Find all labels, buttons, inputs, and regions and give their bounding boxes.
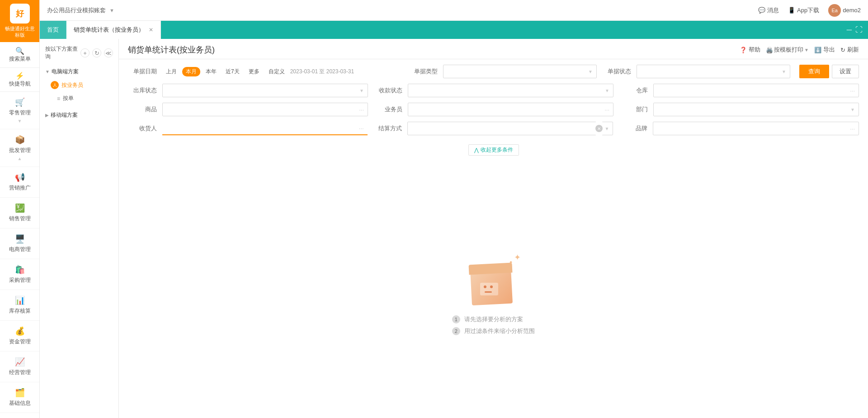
purchase-icon: 🛍️ [15,265,25,275]
sidebar-item-inventory[interactable]: 📊 库存核算 [0,290,39,321]
retail-icon: 🛒 [15,97,25,107]
finance-icon: 💰 [15,326,25,336]
status-select[interactable]: ▼ [637,65,790,78]
tab-close-icon[interactable]: ✕ [149,27,153,33]
panel-header: 按以下方案查询 + ↻ ≪ [40,43,118,63]
refresh-icon: ↻ [840,47,845,53]
goods-label: 商品 [128,105,157,114]
department-select[interactable]: ▼ [653,103,859,116]
file-dropdown-arrow[interactable]: ▼ [109,8,114,13]
out-status-select[interactable]: ▼ [162,84,368,97]
export-icon: ⬇️ [814,47,821,53]
box-face [480,283,498,295]
sidebar-item-purchase[interactable]: 🛍️ 采购管理 [0,259,39,290]
print-dropdown-icon[interactable]: ▼ [804,48,809,52]
tab-home[interactable]: 首页 [40,21,66,39]
tab-expand-icon[interactable]: ⛶ [855,26,863,34]
collapse-btn[interactable]: ⋀ 收起更多条件 [468,144,519,156]
settlement-label: 结算方式 [373,124,402,133]
salesperson-dots-icon: ··· [604,106,609,113]
panel-section-desktop-header[interactable]: ▼ 电脑端方案 [40,65,118,78]
panel-collapse-btn[interactable]: ≪ [104,48,113,57]
settlement-arrow-icon: ▼ [604,126,609,131]
setting-btn[interactable]: 设置 [832,65,859,78]
warehouse-select[interactable]: ··· [653,84,859,97]
sidebar-item-quicknav[interactable]: ⚡ 快捷导航 [0,68,39,92]
print-btn[interactable]: 🖨️ 按模板打印 ▼ [766,46,809,54]
content-body: ✦ ● 1 请先选择要分析的方案 2 用过滤条件来缩小分析范围 [119,165,868,418]
payment-status-arrow-icon: ▼ [605,88,609,93]
sidebar-item-wholesale[interactable]: 📦 批发管理 ▲ [0,129,39,167]
filter-area: 单据日期 上月 本月 本年 近7天 更多 自定义 2023-03-01 至 20… [119,59,868,165]
settlement-select[interactable]: ✕ ▼ [407,122,613,135]
out-status-label: 出库状态 [128,86,157,95]
tab-minimize-icon[interactable]: ─ [847,26,852,34]
date-btn-this-month[interactable]: 本月 [182,67,200,76]
sidebar-item-sales[interactable]: 💹 销售管理 [0,198,39,228]
collapse-row: ⋀ 收起更多条件 [128,141,859,159]
brand-dots-icon: ··· [850,125,855,132]
goods-select[interactable]: ··· [162,103,368,116]
payment-status-select[interactable]: ▼ [408,84,613,97]
avatar: Ea [828,4,841,17]
tab-sales-stat[interactable]: 销货单统计表（按业务员） ✕ [66,21,161,39]
export-btn[interactable]: ⬇️ 导出 [814,46,835,54]
logo-text: 畅捷通好生意 标版 [2,25,38,38]
refresh-btn[interactable]: ↻ 刷新 [840,46,859,54]
print-icon: 🖨️ [766,47,773,53]
sidebar-item-operations[interactable]: 📈 经营管理 [0,352,39,382]
type-arrow-icon: ▼ [588,69,593,74]
status-arrow-icon: ▼ [782,69,786,74]
sidebar-item-search[interactable]: 🔍 搜索菜单 [0,42,39,68]
date-btn-last-month[interactable]: 上月 [162,67,180,76]
filter-row-1: 单据日期 上月 本月 本年 近7天 更多 自定义 2023-03-01 至 20… [128,65,859,78]
sidebar-logo[interactable]: 好 畅捷通好生意 标版 [0,0,39,42]
empty-hint: 1 请先选择要分析的方案 2 用过滤条件来缩小分析范围 [452,314,535,337]
date-btn-this-year[interactable]: 本年 [202,67,220,76]
settlement-clear-icon[interactable]: ✕ [595,125,603,132]
download-icon: 📱 [788,7,795,14]
filter-row-2: 出库状态 ▼ 收款状态 ▼ 仓库 ··· [128,84,859,97]
message-icon: 💬 [758,7,765,14]
query-btn[interactable]: 查询 [799,65,829,78]
status-label: 单据状态 [602,67,631,76]
tab-bar-actions: ─ ⛶ [847,26,868,34]
left-panel: 按以下方案查询 + ↻ ≪ ▼ 电脑端方案 人 按业务员 ≡ 按单 [40,39,119,418]
panel-section-desktop: ▼ 电脑端方案 人 按业务员 ≡ 按单 [40,63,118,107]
date-btn-more[interactable]: 更多 [245,67,263,76]
type-select[interactable]: ▼ [443,65,597,78]
sidebar-item-marketing[interactable]: 📢 营销推广 [0,167,39,198]
app-download-btn[interactable]: 📱 App下载 [788,6,819,14]
salesperson-label: 业务员 [373,105,402,114]
page-actions: ❓ 帮助 🖨️ 按模板打印 ▼ ⬇️ 导出 ↻ 刷新 [740,46,859,54]
date-filter: 上月 本月 本年 近7天 更多 自定义 2023-03-01 至 2023-03… [162,67,403,76]
salesperson-select[interactable]: ··· [408,103,613,116]
date-btn-custom[interactable]: 自定义 [265,67,288,76]
receiver-select[interactable]: ··· [162,122,368,135]
sidebar-item-system[interactable]: ⚙️ 系统管理 [0,413,39,418]
sidebar: 好 畅捷通好生意 标版 🔍 搜索菜单 ⚡ 快捷导航 🛒 零售管理 ▼ 📦 批发管… [0,0,40,418]
receiver-dots-icon: ··· [359,125,364,132]
date-btn-7days[interactable]: 近7天 [222,67,243,76]
message-btn[interactable]: 💬 消息 [758,6,779,14]
header-right: 💬 消息 📱 App下载 Ea demo2 [758,4,861,17]
sidebar-item-basic[interactable]: 🗂️ 基础信息 [0,382,39,413]
sidebar-item-finance[interactable]: 💰 资金管理 [0,321,39,352]
panel-item-by-order[interactable]: ≡ 按单 [40,92,118,105]
operations-icon: 📈 [15,357,25,367]
ecommerce-icon: 🖥️ [15,234,25,244]
panel-refresh-btn[interactable]: ↻ [92,48,101,57]
user-profile-btn[interactable]: Ea demo2 [828,4,861,17]
marketing-icon: 📢 [15,172,25,182]
panel-add-btn[interactable]: + [80,48,90,57]
basic-icon: 🗂️ [15,388,25,398]
inventory-icon: 📊 [15,295,25,305]
quicknav-icon: ⚡ [2,71,38,80]
brand-select[interactable]: ··· [653,122,859,135]
help-btn[interactable]: ❓ 帮助 [740,46,760,54]
sidebar-item-ecommerce[interactable]: 🖥️ 电商管理 [0,228,39,259]
sidebar-item-retail[interactable]: 🛒 零售管理 ▼ [0,92,39,129]
panel-section-mobile-header[interactable]: ▶ 移动端方案 [40,109,118,122]
panel-item-by-salesperson[interactable]: 人 按业务员 [40,78,118,92]
department-arrow-icon: ▼ [850,107,855,112]
